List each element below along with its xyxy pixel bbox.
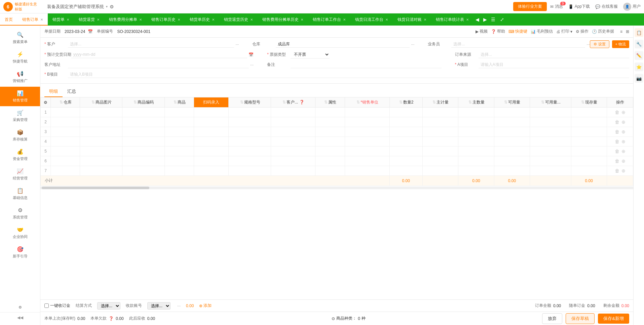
sidebar-item-search[interactable]: 🔍 搜索菜单	[0, 28, 40, 48]
payment-select[interactable]: 选择...	[97, 302, 120, 310]
tab-sales-fee[interactable]: 销售费用分摊单 ✕	[104, 13, 147, 26]
sidebar-item-marketing[interactable]: 📢 营销推广	[0, 67, 40, 87]
note-input[interactable]	[291, 61, 441, 68]
tab-close-icon[interactable]: ✕	[250, 18, 253, 22]
copy-row-icon[interactable]: ⊕	[621, 168, 626, 173]
delete-row-icon[interactable]: 🗑	[615, 168, 619, 173]
right-icon-camera[interactable]: 📷	[635, 74, 643, 83]
calendar-icon[interactable]: 📅	[88, 29, 93, 34]
tab-close-icon[interactable]: ✕	[424, 18, 426, 22]
sidebar-item-quicknav[interactable]: ⚡ 快捷导航	[0, 48, 40, 67]
delete-row-icon[interactable]: 🗑	[615, 129, 619, 134]
online-service-button[interactable]: 💬 在线客服	[595, 4, 618, 9]
right-icon-edit[interactable]: ✏️	[635, 51, 643, 60]
settings-btn[interactable]: ⚙ 设置	[590, 40, 609, 48]
account-select[interactable]: 选择...	[147, 302, 171, 310]
one-click-checkbox[interactable]	[44, 303, 49, 308]
tab-sales-report[interactable]: 销售订单统计表 ✕	[431, 13, 473, 26]
tab-close-icon[interactable]: ✕	[385, 18, 388, 22]
col-settings[interactable]: ⚙	[41, 97, 51, 108]
settings-icon[interactable]: ⚙	[110, 4, 114, 9]
user-button[interactable]: 👤 用户	[623, 3, 641, 11]
warehouse-input[interactable]	[276, 41, 410, 48]
app-download-button[interactable]: 📱 App下载	[568, 4, 590, 9]
col-scan[interactable]: 扫码录入	[194, 97, 228, 108]
tab-daily-workbench[interactable]: 钱货日清工作台 ✕	[350, 13, 393, 26]
tab-sales-ticket[interactable]: 销货单 ✕	[48, 13, 74, 26]
customer-expand-icon[interactable]: ···	[235, 42, 239, 47]
history-button[interactable]: 🕐 历史单据	[592, 29, 614, 34]
message-button[interactable]: ✉ 消息 9	[550, 4, 563, 9]
b-project-input[interactable]	[68, 71, 629, 78]
grid-view-button[interactable]: ⊞	[626, 29, 629, 34]
add-payment-button[interactable]: ⊕ 添加	[199, 303, 212, 309]
tab-close-icon[interactable]: ✕	[178, 18, 180, 22]
right-icon-tools[interactable]: 🔧	[635, 40, 643, 48]
sidebar-item-operation[interactable]: 📈 经营管理	[0, 165, 40, 184]
customer-input[interactable]	[68, 41, 234, 48]
scrollbar-thumb[interactable]	[42, 187, 149, 189]
staff-expand-icon[interactable]: ···	[586, 42, 590, 47]
tab-workbench[interactable]: 销售订单工作台 ✕	[308, 13, 350, 26]
copy-row-icon[interactable]: ⊕	[621, 158, 626, 164]
add-items-btn[interactable]: + 物流	[612, 40, 629, 48]
tab-return-history[interactable]: 销货退货历史 ✕	[219, 13, 258, 26]
delete-row-icon[interactable]: 🗑	[615, 110, 619, 115]
save-draft-button[interactable]: 保存草稿	[566, 313, 595, 324]
right-icon-doc[interactable]: 📋	[635, 28, 643, 37]
copy-row-icon[interactable]: ⊕	[621, 119, 626, 125]
tab-detail[interactable]: 明细	[44, 86, 63, 97]
copy-row-icon[interactable]: ⊕	[621, 149, 626, 154]
tab-fullscreen-button[interactable]: ⤢	[498, 17, 506, 22]
tab-sales-order[interactable]: 销售订单 ✕	[17, 13, 48, 26]
account-expand-icon[interactable]: ···	[177, 303, 181, 308]
tab-prev-button[interactable]: ◀	[473, 17, 481, 22]
a-project-input[interactable]	[479, 61, 629, 68]
toggle-view-button[interactable]: ≡	[620, 29, 622, 34]
copy-row-icon[interactable]: ⊕	[621, 129, 626, 134]
address-input[interactable]	[68, 61, 249, 68]
tab-home[interactable]: 首页	[0, 13, 17, 26]
address-expand-icon[interactable]: ···	[250, 63, 254, 67]
delivery-calendar-icon[interactable]: 📅	[249, 52, 254, 57]
staff-input[interactable]	[451, 41, 585, 48]
right-icon-star[interactable]: ⭐	[635, 63, 643, 71]
sidebar-collapse-button[interactable]: ◀◀	[0, 312, 40, 322]
sidebar-item-finance[interactable]: 💰 资金管理	[0, 145, 40, 165]
tab-fee-history[interactable]: 销售费用分摊单历史 ✕	[258, 13, 308, 26]
tab-sales-return[interactable]: 销货退货 ✕	[74, 13, 104, 26]
tab-next-button[interactable]: ▶	[481, 17, 489, 22]
tab-close-icon[interactable]: ✕	[67, 18, 69, 22]
copy-row-icon[interactable]: ⊕	[621, 110, 626, 115]
delivery-input[interactable]	[71, 51, 247, 58]
system-dropdown-icon[interactable]: ▾	[106, 5, 108, 8]
copy-row-icon[interactable]: ⊕	[621, 139, 626, 144]
shortcut-button[interactable]: ⌨ 快捷键	[508, 29, 527, 34]
sidebar-item-system[interactable]: ⚙ 系统管理	[0, 204, 40, 223]
warehouse-expand-icon[interactable]: ···	[411, 42, 414, 47]
sidebar-item-basic[interactable]: 📋 基础信息	[0, 184, 40, 204]
sidebar-item-guide[interactable]: 🎯 新手引导	[0, 243, 40, 262]
help-button[interactable]: ❓ 帮助	[491, 29, 505, 34]
tab-summary[interactable]: 汇总	[63, 86, 81, 97]
sidebar-item-sales[interactable]: 📊 销售管理	[0, 87, 40, 106]
order-source-input[interactable]	[479, 51, 629, 58]
tab-close-icon[interactable]: ✕	[212, 18, 215, 22]
delete-row-icon[interactable]: 🗑	[615, 149, 619, 154]
tab-close-icon[interactable]: ✕	[343, 18, 346, 22]
tab-sales-history[interactable]: 销售订单历史 ✕	[147, 13, 185, 26]
print-dropdown-icon[interactable]: ▾	[570, 29, 572, 34]
tab-ticket-history[interactable]: 销货单历史 ✕	[185, 13, 219, 26]
tab-close-icon[interactable]: ✕	[301, 18, 303, 22]
tab-close-icon[interactable]: ✕	[97, 18, 100, 22]
profit-button[interactable]: 📊 毛利预估	[531, 29, 553, 34]
sidebar-item-collab[interactable]: 🤝 企业协同	[0, 223, 40, 243]
delete-row-icon[interactable]: 🗑	[615, 139, 619, 144]
sidebar-item-purchase[interactable]: 🛒 采购管理	[0, 106, 40, 126]
invoice-select[interactable]: 不开票 增值税普通发票 增值税专用发票	[291, 51, 330, 58]
operation-button[interactable]: ⚙ 操作	[576, 29, 589, 34]
sidebar-item-inventory[interactable]: 📦 库存核算	[0, 126, 40, 145]
horizontal-scrollbar[interactable]	[40, 187, 633, 189]
tab-close-icon[interactable]: ✕	[139, 18, 142, 22]
tab-menu-button[interactable]: ☰	[489, 17, 497, 22]
